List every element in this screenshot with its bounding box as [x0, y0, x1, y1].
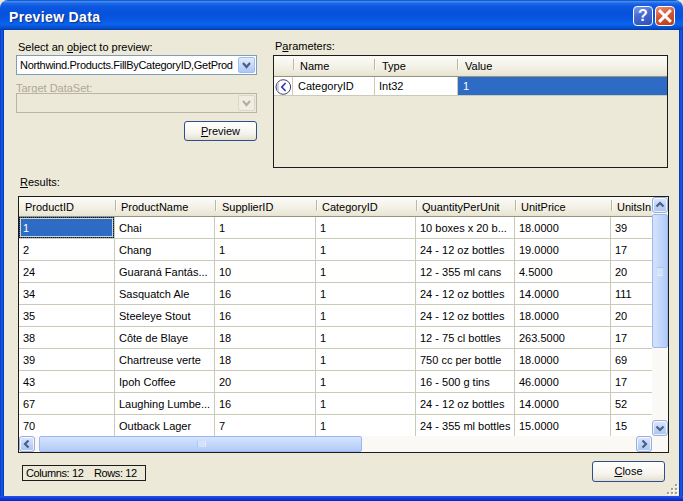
svg-text:?: ? — [638, 7, 648, 24]
